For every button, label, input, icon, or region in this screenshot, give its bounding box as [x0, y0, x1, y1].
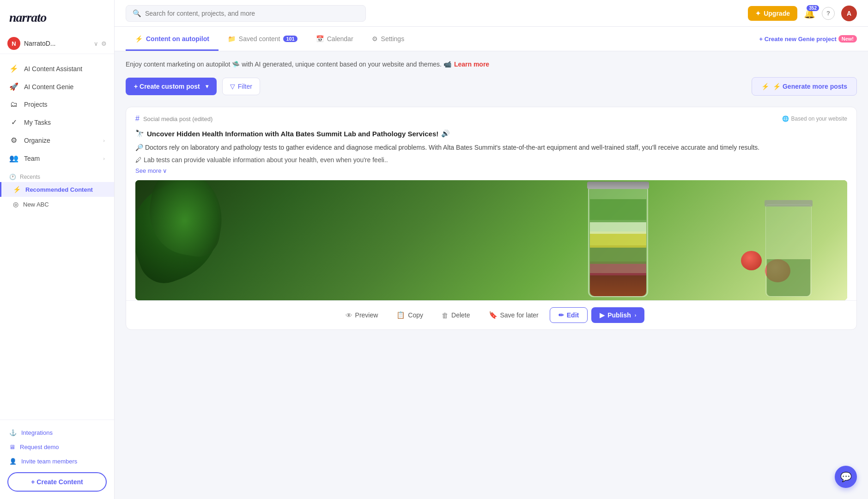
search-bar[interactable]: 🔍: [126, 5, 366, 22]
sidebar-item-label: My Tasks: [24, 119, 105, 126]
pencil-icon: 🖊: [135, 156, 142, 164]
clock-icon: 🕐: [9, 174, 16, 180]
copy-button[interactable]: 📋 Copy: [389, 307, 431, 323]
post-type-label: Social media post (edited): [143, 116, 212, 122]
question-icon: ?: [826, 10, 830, 17]
tab-label: Calendar: [327, 35, 353, 43]
add-user-icon: 👤: [9, 458, 17, 465]
topbar-right: ✦ Upgrade 🔔 352 ? A: [748, 6, 857, 21]
save-for-later-button[interactable]: 🔖 Save for later: [481, 307, 546, 323]
telescope-icon: 🔭: [135, 129, 144, 138]
organize-icon: ⚙: [9, 136, 18, 145]
sidebar-item-label: Team: [24, 155, 97, 162]
calendar-icon: 📅: [316, 35, 324, 43]
autopilot-description: Enjoy content marketing on autopilot 🛸 w…: [126, 61, 857, 68]
sidebar: narrato N NarratoD... ∨ ⚙ ⚡ AI Content A…: [0, 0, 115, 499]
generate-more-posts-button[interactable]: ⚡ ⚡ Generate more posts: [752, 77, 857, 96]
chevron-down-icon[interactable]: ∨: [94, 40, 98, 47]
lightning-icon: ⚡: [9, 64, 18, 73]
help-button[interactable]: ?: [822, 7, 835, 20]
gear-icon[interactable]: ⚙: [101, 40, 107, 47]
learn-more-link[interactable]: Learn more: [454, 61, 489, 68]
create-genie-label: + Create new Genie project: [759, 36, 836, 43]
headline-text: Uncover Hidden Health Information with A…: [147, 130, 438, 138]
copy-icon: 📋: [396, 311, 405, 319]
publish-button[interactable]: ▶ Publish ›: [591, 307, 644, 323]
sidebar-item-integrations[interactable]: ⚓ Integrations: [7, 426, 107, 440]
sidebar-item-recommended-content[interactable]: ⚡ Recommended Content: [0, 182, 114, 197]
sidebar-item-ai-content-genie[interactable]: 🚀 AI Content Genie: [0, 78, 114, 96]
filter-button[interactable]: ▽ Filter: [222, 78, 260, 95]
tab-saved[interactable]: 📁 Saved content 101: [219, 27, 307, 51]
hashtag-icon: #: [135, 115, 140, 123]
chevron-right-icon: ›: [103, 156, 105, 161]
create-custom-post-button[interactable]: + Create custom post ▾: [126, 78, 217, 95]
sidebar-user-name: NarratoD...: [24, 40, 90, 47]
post-card: # Social media post (edited) 🌐 Based on …: [126, 107, 857, 330]
anchor-icon: ⚓: [9, 429, 17, 436]
magnify-icon: 🔎: [135, 144, 143, 151]
sidebar-item-invite-team[interactable]: 👤 Invite team members: [7, 454, 107, 469]
post-source: 🌐 Based on your website: [782, 116, 847, 122]
request-demo-label: Request demo: [20, 444, 59, 450]
sound-icon: 🔊: [441, 129, 450, 138]
sidebar-item-label: Organize: [24, 137, 97, 144]
sidebar-item-ai-content-assistant[interactable]: ⚡ AI Content Assistant: [0, 60, 114, 78]
para1-text: Doctors rely on laboratory and pathology…: [145, 144, 759, 151]
chevron-down-icon: ∨: [163, 167, 167, 174]
tab-label: Saved content: [239, 35, 280, 43]
create-genie-button[interactable]: + Create new Genie project New!: [759, 35, 857, 43]
desc-text: Enjoy content marketing on autopilot 🛸 w…: [126, 61, 451, 68]
upgrade-button[interactable]: ✦ Upgrade: [748, 6, 797, 21]
notifications-button[interactable]: 🔔 352: [804, 8, 815, 19]
sidebar-item-label: AI Content Assistant: [24, 65, 105, 73]
post-image: [135, 180, 847, 300]
new-badge: New!: [838, 35, 857, 43]
sidebar-item-label: Projects: [24, 101, 105, 108]
sidebar-item-team[interactable]: 👥 Team ›: [0, 149, 114, 167]
create-content-button[interactable]: + Create Content: [7, 472, 107, 492]
tab-settings[interactable]: ⚙ Settings: [363, 27, 414, 51]
copy-label: Copy: [408, 311, 423, 319]
tab-label: Content on autopilot: [146, 35, 209, 43]
sidebar-item-organize[interactable]: ⚙ Organize ›: [0, 131, 114, 149]
sidebar-item-my-tasks[interactable]: ✓ My Tasks: [0, 113, 114, 131]
recent-item-label: Recommended Content: [25, 186, 93, 193]
integrations-label: Integrations: [21, 429, 53, 436]
monitor-icon: 🖥: [9, 444, 15, 450]
trash-icon: 🗑: [442, 311, 449, 319]
chat-bubble[interactable]: 💬: [835, 466, 857, 488]
circle-icon: ◎: [13, 201, 18, 208]
preview-button[interactable]: 👁 Preview: [338, 308, 386, 323]
tab-autopilot[interactable]: ⚡ Content on autopilot: [126, 27, 219, 51]
checkmark-icon: ✓: [9, 118, 18, 127]
sidebar-item-projects[interactable]: 🗂 Projects: [0, 96, 114, 113]
post-card-header: # Social media post (edited) 🌐 Based on …: [126, 107, 856, 128]
sidebar-user[interactable]: N NarratoD... ∨ ⚙: [0, 33, 114, 54]
para2-text: Lab tests can provide valuable informati…: [144, 156, 388, 164]
sidebar-item-request-demo[interactable]: 🖥 Request demo: [7, 440, 107, 454]
gear-icon: ⚙: [372, 35, 378, 43]
chevron-right-icon: ›: [103, 138, 105, 143]
notification-count: 352: [807, 5, 819, 11]
see-more[interactable]: See more ∨: [135, 166, 847, 175]
search-input[interactable]: [145, 10, 359, 17]
recent-item-label: New ABC: [23, 201, 49, 208]
projects-icon: 🗂: [9, 100, 18, 109]
user-avatar[interactable]: A: [841, 6, 857, 21]
post-paragraph-2: 🖊 Lab tests can provide valuable informa…: [135, 156, 847, 164]
see-more-button[interactable]: See more ∨: [135, 167, 167, 174]
sidebar-user-controls: ∨ ⚙: [94, 40, 107, 47]
filter-icon: ▽: [230, 83, 235, 90]
edit-button[interactable]: ✏ Edit: [550, 307, 588, 323]
tab-calendar[interactable]: 📅 Calendar: [307, 27, 363, 51]
tabs-right-actions: + Create new Genie project New!: [759, 35, 857, 43]
edit-icon: ✏: [558, 311, 564, 319]
team-icon: 👥: [9, 154, 18, 163]
rocket-icon: 🚀: [9, 82, 18, 91]
save-for-later-label: Save for later: [500, 311, 539, 319]
main-content: 🔍 ✦ Upgrade 🔔 352 ? A ⚡ Content: [115, 0, 868, 499]
sidebar-item-new-abc[interactable]: ◎ New ABC: [0, 197, 114, 212]
delete-button[interactable]: 🗑 Delete: [434, 308, 477, 323]
lightning-icon: ⚡: [135, 35, 143, 43]
